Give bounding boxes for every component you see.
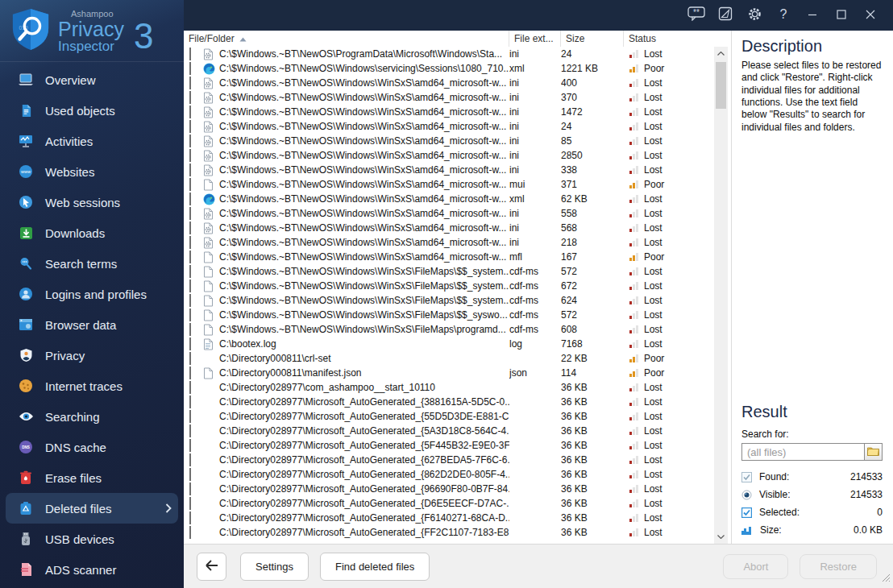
row-checkbox[interactable]: [189, 352, 191, 365]
row-checkbox[interactable]: [189, 511, 191, 524]
table-scrollbar[interactable]: [714, 47, 728, 544]
table-row[interactable]: C:\$Windows.~BT\NewOS\Windows\WinSxS\amd…: [184, 163, 714, 177]
scrollbar-thumb[interactable]: [716, 62, 726, 109]
column-header-file-ext[interactable]: File ext...: [509, 31, 561, 47]
table-row[interactable]: C:\$Windows.~BT\NewOS\Windows\WinSxS\amd…: [184, 235, 714, 250]
sidebar-item-deleted-files[interactable]: Deleted files: [6, 493, 178, 524]
row-checkbox[interactable]: [189, 106, 191, 118]
settings-button[interactable]: Settings: [240, 553, 309, 581]
table-row[interactable]: C:\Directory028977\Microsoft_AutoGenerat…: [184, 409, 714, 424]
table-row[interactable]: C:\Directory000811\crl-set22 KBPoor: [184, 351, 714, 366]
sidebar-item-searching[interactable]: Searching: [6, 401, 178, 432]
row-checkbox[interactable]: [189, 265, 191, 278]
column-header-file-folder[interactable]: File/Folder: [184, 31, 509, 47]
table-row[interactable]: C:\$Windows.~BT\NewOS\Windows\WinSxS\amd…: [184, 119, 714, 134]
sidebar-item-activities[interactable]: Activities: [6, 126, 178, 156]
row-checkbox[interactable]: [189, 526, 191, 539]
row-checkbox[interactable]: [189, 62, 191, 75]
table-row[interactable]: C:\Directory028977\com_ashampoo__start_1…: [184, 380, 714, 395]
sidebar-item-used-objects[interactable]: Used objects: [6, 95, 178, 126]
table-row[interactable]: C:\Directory028977\Microsoft_AutoGenerat…: [184, 424, 714, 438]
table-row[interactable]: C:\$Windows.~BT\NewOS\Windows\WinSxS\amd…: [184, 177, 714, 192]
table-row[interactable]: C:\$Windows.~BT\NewOS\Windows\WinSxS\Fil…: [184, 264, 714, 279]
table-row[interactable]: C:\$Windows.~BT\NewOS\Windows\WinSxS\amd…: [184, 148, 714, 163]
back-button[interactable]: [197, 553, 226, 581]
row-checkbox[interactable]: [189, 308, 191, 321]
sidebar-item-overview[interactable]: Overview: [6, 64, 178, 95]
row-checkbox[interactable]: [189, 381, 191, 394]
sidebar-item-internet-traces[interactable]: Internet traces: [6, 371, 178, 401]
table-row[interactable]: C:\$Windows.~BT\NewOS\Windows\WinSxS\amd…: [184, 105, 714, 119]
search-input[interactable]: [742, 444, 864, 460]
table-row[interactable]: C:\$Windows.~BT\NewOS\Windows\WinSxS\Fil…: [184, 308, 714, 322]
scroll-down-button[interactable]: [714, 530, 728, 544]
row-checkbox[interactable]: [189, 453, 191, 466]
table-row[interactable]: C:\Directory028977\Microsoft_AutoGenerat…: [184, 438, 714, 453]
row-checkbox[interactable]: [189, 193, 191, 205]
table-row[interactable]: C:\$Windows.~BT\NewOS\Windows\WinSxS\amd…: [184, 250, 714, 264]
sidebar-item-privacy[interactable]: Privacy: [6, 340, 178, 371]
minimize-button[interactable]: [798, 0, 827, 31]
row-checkbox[interactable]: [189, 251, 191, 263]
table-row[interactable]: C:\Directory028977\Microsoft_AutoGenerat…: [184, 482, 714, 496]
row-checkbox[interactable]: [189, 236, 191, 249]
table-row[interactable]: C:\Directory028977\Microsoft_AutoGenerat…: [184, 395, 714, 409]
row-checkbox[interactable]: [189, 410, 191, 423]
row-checkbox[interactable]: [189, 323, 191, 336]
settings-gear-button[interactable]: [740, 0, 769, 31]
column-header-status[interactable]: Status: [624, 31, 714, 47]
table-row[interactable]: C:\$Windows.~BT\NewOS\Windows\WinSxS\Fil…: [184, 279, 714, 293]
sidebar-item-search-terms[interactable]: Search terms: [6, 248, 178, 279]
row-checkbox[interactable]: [189, 294, 191, 307]
row-checkbox[interactable]: [189, 77, 191, 89]
table-row[interactable]: C:\$Windows.~BT\NewOS\Windows\WinSxS\amd…: [184, 192, 714, 206]
sidebar-item-logins-and-profiles[interactable]: Logins and profiles: [6, 279, 178, 309]
row-checkbox[interactable]: [189, 395, 191, 408]
row-checkbox[interactable]: [189, 164, 191, 176]
table-row[interactable]: C:\$Windows.~BT\NewOS\ProgramData\Micros…: [184, 47, 714, 61]
scroll-up-button[interactable]: [714, 47, 728, 60]
table-row[interactable]: C:\Directory028977\Microsoft_AutoGenerat…: [184, 467, 714, 482]
help-button[interactable]: ?: [769, 0, 798, 31]
close-button[interactable]: [856, 0, 885, 31]
sidebar-item-downloads[interactable]: Downloads: [6, 217, 178, 248]
row-checkbox[interactable]: [189, 337, 191, 350]
row-checkbox[interactable]: [189, 482, 191, 495]
table-row[interactable]: C:\$Windows.~BT\NewOS\Windows\WinSxS\Fil…: [184, 293, 714, 308]
row-checkbox[interactable]: [189, 439, 191, 452]
sidebar-item-web-sessions[interactable]: Web sessions: [6, 187, 178, 217]
table-row[interactable]: C:\Directory028977\Microsoft_AutoGenerat…: [184, 511, 714, 525]
row-checkbox[interactable]: [189, 149, 191, 162]
row-checkbox[interactable]: [189, 135, 191, 147]
table-row[interactable]: C:\$Windows.~BT\NewOS\Windows\WinSxS\amd…: [184, 90, 714, 105]
feedback-button[interactable]: **: [682, 0, 711, 31]
table-row[interactable]: C:\Directory000811\manifest.jsonjson114P…: [184, 366, 714, 380]
table-row[interactable]: C:\$Windows.~BT\NewOS\Windows\WinSxS\amd…: [184, 221, 714, 235]
sidebar-item-usb-devices[interactable]: USB devices: [6, 524, 178, 554]
restore-button[interactable]: Restore: [800, 554, 877, 579]
row-checkbox[interactable]: [189, 497, 191, 510]
table-row[interactable]: C:\$Windows.~BT\NewOS\Windows\servicing\…: [184, 61, 714, 76]
table-row[interactable]: C:\Directory028977\Microsoft_AutoGenerat…: [184, 453, 714, 467]
row-checkbox[interactable]: [189, 366, 191, 379]
table-row[interactable]: C:\Directory028977\Microsoft_AutoGenerat…: [184, 525, 714, 540]
row-checkbox[interactable]: [189, 120, 191, 133]
row-checkbox[interactable]: [189, 48, 191, 60]
row-checkbox[interactable]: [189, 222, 191, 234]
table-row[interactable]: C:\bootex.loglog7168Lost: [184, 337, 714, 351]
maximize-button[interactable]: [827, 0, 856, 31]
row-checkbox[interactable]: [189, 178, 191, 191]
table-row[interactable]: C:\Directory028977\Microsoft_AutoGenerat…: [184, 496, 714, 511]
sidebar-item-websites[interactable]: wwwWebsites: [6, 156, 178, 187]
browse-folder-button[interactable]: [864, 444, 882, 460]
table-row[interactable]: C:\$Windows.~BT\NewOS\Windows\WinSxS\amd…: [184, 206, 714, 221]
sidebar-item-erase-files[interactable]: Erase files: [6, 462, 178, 493]
sidebar-item-ads-scanner[interactable]: ADS scanner: [6, 554, 178, 585]
resize-grip-icon[interactable]: [882, 571, 891, 586]
abort-button[interactable]: Abort: [723, 554, 788, 579]
row-checkbox[interactable]: [189, 207, 191, 220]
table-row[interactable]: C:\$Windows.~BT\NewOS\Windows\WinSxS\amd…: [184, 134, 714, 148]
sidebar-item-dns-cache[interactable]: DNSDNS cache: [6, 432, 178, 462]
row-checkbox[interactable]: [189, 468, 191, 481]
sidebar-item-browser-data[interactable]: Browser data: [6, 309, 178, 340]
